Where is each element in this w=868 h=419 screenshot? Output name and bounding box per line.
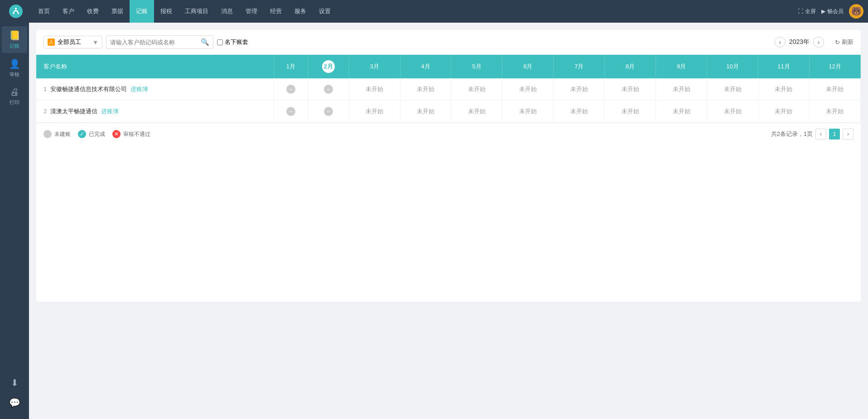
sidebar-item-download[interactable]: ⬇ xyxy=(2,374,27,392)
sidebar-item-review[interactable]: 👤 审核 xyxy=(2,55,27,82)
search-button[interactable]: 🔍 xyxy=(197,36,213,48)
month-cell-10[interactable]: 未开始 xyxy=(707,78,758,101)
month-cell-12[interactable]: 未开始 xyxy=(809,101,860,123)
month-cell-11[interactable]: 未开始 xyxy=(758,101,810,123)
sidebar-label-accounting: 记账 xyxy=(10,43,19,49)
month-cell-3[interactable]: 未开始 xyxy=(349,78,400,101)
vip-icon: ▶ xyxy=(821,8,825,14)
refresh-button[interactable]: ↻ 刷新 xyxy=(835,38,854,46)
sidebar-item-chat[interactable]: 💬 xyxy=(2,394,27,412)
search-input-wrap: 🔍 xyxy=(106,35,213,49)
nav-accounting[interactable]: 记账 xyxy=(130,0,154,23)
col-apr: 4月 xyxy=(400,55,451,78)
next-page-button[interactable]: › xyxy=(843,129,854,140)
current-page-button[interactable]: 1 xyxy=(829,129,840,140)
enter-link[interactable]: 进账簿 xyxy=(130,86,148,92)
month-cell-9[interactable]: 未开始 xyxy=(656,78,707,101)
fullscreen-label: 全屏 xyxy=(805,8,816,15)
sidebar-label-print: 打印 xyxy=(10,99,19,106)
month-cell-8[interactable]: 未开始 xyxy=(605,101,656,123)
legend-completed-label: 已完成 xyxy=(89,130,105,138)
status-not-started: 未开始 xyxy=(570,108,588,115)
nav-home[interactable]: 首页 xyxy=(32,0,56,23)
month-cell-3[interactable]: 未开始 xyxy=(349,101,400,123)
nav-invoice[interactable]: 票据 xyxy=(105,0,130,23)
month-cell-2[interactable]: − xyxy=(308,78,349,101)
under-account-label: 名下账套 xyxy=(225,38,248,46)
under-account-checkbox-input[interactable] xyxy=(217,39,223,45)
nav-billing[interactable]: 收费 xyxy=(81,0,105,23)
row-number: 2 xyxy=(43,108,47,115)
nav-operation[interactable]: 经营 xyxy=(264,0,288,23)
under-account-checkbox[interactable]: 名下账套 xyxy=(217,38,248,46)
logo xyxy=(5,4,27,19)
col-dec: 12月 xyxy=(809,55,860,78)
col-mar: 3月 xyxy=(349,55,400,78)
status-not-started: 未开始 xyxy=(519,108,537,115)
status-dash-icon: − xyxy=(324,85,333,94)
month-cell-1[interactable]: − xyxy=(274,78,308,101)
col-oct: 10月 xyxy=(707,55,758,78)
status-not-started: 未开始 xyxy=(826,108,844,115)
nav-message[interactable]: 消息 xyxy=(215,0,239,23)
month-cell-6[interactable]: 未开始 xyxy=(502,78,554,101)
nav-service[interactable]: 服务 xyxy=(288,0,313,23)
month-cell-4[interactable]: 未开始 xyxy=(400,78,451,101)
month-cell-7[interactable]: 未开始 xyxy=(554,78,605,101)
legend-red-dot: ✕ xyxy=(112,130,121,138)
status-not-started: 未开始 xyxy=(724,108,742,115)
status-not-started: 未开始 xyxy=(366,108,383,115)
legend-green-dot: ✓ xyxy=(78,130,86,138)
status-not-started: 未开始 xyxy=(775,108,792,115)
col-sep: 9月 xyxy=(656,55,707,78)
month-cell-5[interactable]: 未开始 xyxy=(451,78,502,101)
month-cell-1[interactable]: − xyxy=(274,101,308,123)
pagination: 共2条记录，1页 ‹ 1 › xyxy=(771,129,854,140)
legend-completed: ✓ 已完成 xyxy=(78,130,105,138)
nav-manage[interactable]: 管理 xyxy=(239,0,264,23)
month-cell-8[interactable]: 未开始 xyxy=(605,78,656,101)
next-year-button[interactable]: › xyxy=(813,37,824,48)
avatar[interactable]: 🐻 xyxy=(849,4,863,19)
customer-cell: 2漠澳太平畅捷通信进账簿 xyxy=(36,101,274,123)
month-cell-11[interactable]: 未开始 xyxy=(758,78,810,101)
month-cell-4[interactable]: 未开始 xyxy=(400,101,451,123)
col-aug: 8月 xyxy=(605,55,656,78)
table-row: 2漠澳太平畅捷通信进账簿−−未开始未开始未开始未开始未开始未开始未开始未开始未开… xyxy=(36,101,861,123)
search-input[interactable] xyxy=(106,37,197,48)
prev-page-button[interactable]: ‹ xyxy=(815,129,826,140)
layout: 📒 记账 👤 审核 🖨 打印 ⬇ 💬 人 全部员工 xyxy=(0,23,868,419)
vip-label: 畅会员 xyxy=(827,8,844,15)
employee-select[interactable]: 人 全部员工 ▼ xyxy=(43,36,102,48)
fullscreen-button[interactable]: ⛶ 全屏 xyxy=(798,8,816,15)
month-cell-2[interactable]: − xyxy=(308,101,349,123)
nav-settings[interactable]: 设置 xyxy=(313,0,337,23)
sidebar-item-print[interactable]: 🖨 打印 xyxy=(2,83,27,110)
month-cell-10[interactable]: 未开始 xyxy=(707,101,758,123)
vip-button[interactable]: ▶ 畅会员 xyxy=(821,8,844,15)
month-cell-5[interactable]: 未开始 xyxy=(451,101,502,123)
customer-cell: 1安徽畅捷通信息技术有限公司进账簿 xyxy=(36,78,274,101)
sidebar-item-accounting[interactable]: 📒 记账 xyxy=(2,26,27,53)
table-row: 1安徽畅捷通信息技术有限公司进账簿−−未开始未开始未开始未开始未开始未开始未开始… xyxy=(36,78,861,101)
col-jan: 1月 xyxy=(274,55,308,78)
nav-items: 首页 客户 收费 票据 记账 报税 工商项目 消息 管理 经营 服务 设置 xyxy=(32,0,798,23)
status-dash-icon: − xyxy=(286,107,295,116)
sidebar: 📒 记账 👤 审核 🖨 打印 ⬇ 💬 xyxy=(0,23,29,419)
nav-customer[interactable]: 客户 xyxy=(56,0,81,23)
table-footer: 未建账 ✓ 已完成 ✕ 审核不通过 共2条记录，1页 ‹ 1 › xyxy=(36,123,861,145)
status-not-started: 未开始 xyxy=(724,86,742,92)
content-card: 人 全部员工 ▼ 🔍 名下账套 ‹ 2023年 › xyxy=(36,30,861,302)
status-not-started: 未开始 xyxy=(366,86,383,92)
sidebar-bottom: ⬇ 💬 xyxy=(2,374,27,419)
nav-tax[interactable]: 报税 xyxy=(154,0,178,23)
review-icon: 👤 xyxy=(9,58,20,69)
month-cell-9[interactable]: 未开始 xyxy=(656,101,707,123)
enter-link[interactable]: 进账簿 xyxy=(101,108,119,115)
status-not-started: 未开始 xyxy=(468,86,486,92)
month-cell-6[interactable]: 未开始 xyxy=(502,101,554,123)
month-cell-7[interactable]: 未开始 xyxy=(554,101,605,123)
nav-business[interactable]: 工商项目 xyxy=(178,0,215,23)
prev-year-button[interactable]: ‹ xyxy=(775,37,786,48)
month-cell-12[interactable]: 未开始 xyxy=(809,78,860,101)
